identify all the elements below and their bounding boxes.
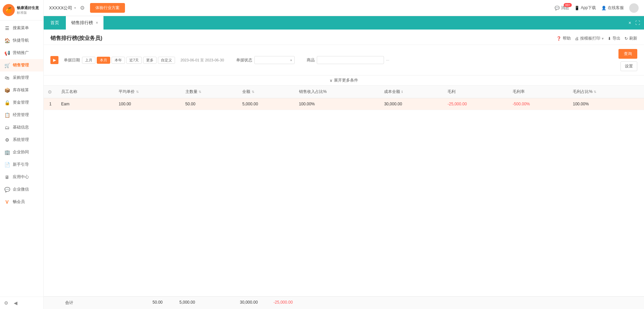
date-btn-last-month[interactable]: 上月 — [82, 57, 95, 64]
inventory-icon: 📦 — [4, 88, 10, 93]
tab-maximize-icon[interactable]: ⛶ — [635, 20, 640, 25]
table-footer: 合计 50.00 5,000.00 30,000.00 -25,000.00 — [44, 296, 644, 309]
online-service-btn[interactable]: 👤 在线客服 — [601, 5, 624, 11]
sidebar-item-member[interactable]: V 畅会员 — [0, 196, 43, 208]
logo-text: 畅康通好生意 标准版 — [17, 5, 39, 15]
sidebar-item-enterprise-collab[interactable]: 🏢 企业协同 — [0, 146, 43, 158]
export-btn[interactable]: ⬇ 导出 — [608, 36, 620, 41]
notice-badge: 99+ — [564, 3, 571, 7]
col-amount: 全额 ⇅ — [238, 86, 295, 98]
tab-home[interactable]: 首页 — [44, 16, 66, 30]
sidebar-item-enterprise-wechat[interactable]: 💬 企业微信 — [0, 183, 43, 196]
cell-amount: 5,000.00 — [238, 98, 295, 110]
sidebar-item-inventory[interactable]: 📦 库存核算 — [0, 84, 43, 96]
basic-info-icon: 🗂 — [4, 125, 10, 130]
expand-more-btn[interactable]: ∨ 展开更多条件 — [330, 78, 358, 83]
app-download-icon: 📱 — [574, 6, 579, 10]
print-dropdown-icon: ▾ — [602, 36, 604, 41]
home-icon: 🏠 — [4, 38, 10, 43]
sidebar-collapse-icon[interactable]: ◀ — [14, 300, 17, 306]
main-qty-sort[interactable]: ⇅ — [199, 90, 201, 94]
search-order-icon: ☰ — [4, 25, 10, 31]
cost-info-icon[interactable]: ℹ — [401, 90, 403, 94]
sidebar-nav: ☰ 搜索菜单 🏠 快捷导航 📢 营销推广 🛒 销售管理 🛍 采购管理 📦 库存核… — [0, 20, 43, 297]
enterprise-icon: 🏢 — [4, 150, 10, 155]
tab-close-icon[interactable]: × — [96, 20, 98, 25]
sidebar-item-app-center[interactable]: 🖥 应用中心 — [0, 171, 43, 183]
sidebar-item-label: 系统管理 — [13, 137, 29, 143]
filter-expand-arrow[interactable]: ▶ — [50, 56, 58, 64]
data-table: ⚙ 员工名称 平均单价 ⇅ 主数量 ⇅ — [44, 86, 644, 110]
cell-avg-price: 100.00 — [115, 98, 181, 110]
sidebar-item-search-order[interactable]: ☰ 搜索菜单 — [0, 22, 43, 34]
logo-badge: 标准版 — [17, 10, 39, 15]
app-download-btn[interactable]: 📱 App下载 — [574, 5, 596, 11]
date-btn-more[interactable]: 更多 — [143, 57, 157, 64]
content-inner: 销售排行榜(按业务员) ❓ 帮助 🖨 按模板打印 ▾ ⬇ 导出 — [44, 30, 644, 309]
cell-rank: 1 — [44, 98, 57, 110]
expand-more-row: ∨ 展开更多条件 — [44, 75, 644, 86]
sidebar-settings-icon[interactable]: ⚙ — [4, 300, 8, 306]
refresh-label: 刷新 — [629, 36, 637, 41]
footer-cost: 30,000.00 — [236, 300, 269, 306]
app-center-icon: 🖥 — [4, 174, 10, 180]
tab-right-actions: × ⛶ — [629, 20, 644, 25]
col-gross: 毛利 — [443, 86, 509, 98]
sidebar-item-label: 搜索菜单 — [13, 25, 29, 31]
export-icon: ⬇ — [608, 36, 611, 41]
goods-more-icon[interactable]: ··· — [386, 58, 389, 62]
sidebar-item-finance[interactable]: 🔒 资金管理 — [0, 96, 43, 109]
settings-btn[interactable]: 设置 — [620, 61, 637, 71]
refresh-btn[interactable]: ↻ 刷新 — [625, 36, 637, 41]
goods-filter-label: 商品 — [307, 57, 315, 63]
date-btn-this-year[interactable]: 本年 — [112, 57, 125, 64]
user-avatar[interactable] — [629, 3, 639, 13]
amount-sort[interactable]: ⇅ — [252, 90, 254, 94]
topbar: XXXXX公司 ▾ ⚙ 体验行业方案 💬 消息 99+ 📱 App下载 👤 在线… — [44, 0, 644, 16]
sidebar-item-quick-nav[interactable]: 🏠 快捷导航 — [0, 34, 43, 47]
goods-input[interactable] — [317, 56, 384, 64]
query-btn[interactable]: 查询 — [618, 49, 637, 59]
sidebar-item-beginner-guide[interactable]: 📄 新手引导 — [0, 158, 43, 171]
table-row: 1 Eam 100.00 50.00 5,000.00 100.00% 30,0… — [44, 98, 644, 110]
notice-icon: 💬 — [555, 6, 560, 10]
print-btn[interactable]: 🖨 按模板打印 ▾ — [575, 36, 604, 41]
sidebar-item-label: 基础信息 — [13, 124, 29, 130]
status-select[interactable] — [254, 56, 295, 64]
marketing-icon: 📢 — [4, 50, 10, 56]
cell-sales-pct: 100.00% — [295, 98, 380, 110]
sidebar-item-basic-info[interactable]: 🗂 基础信息 — [0, 121, 43, 134]
date-btn-this-month[interactable]: 本月 — [97, 57, 110, 64]
sidebar-item-sales-mgmt[interactable]: 🛒 销售管理 — [0, 59, 43, 71]
service-label: 在线客服 — [608, 5, 624, 11]
sidebar-item-purchase-mgmt[interactable]: 🛍 采购管理 — [0, 71, 43, 84]
cell-main-qty: 50.00 — [181, 98, 239, 110]
gross-pct-sort[interactable]: ⇅ — [594, 90, 596, 94]
sidebar-item-operations[interactable]: 📋 经营管理 — [0, 109, 43, 121]
topbar-settings-icon[interactable]: ⚙ — [80, 5, 85, 11]
sidebar-item-system-mgmt[interactable]: ⚙ 系统管理 — [0, 134, 43, 146]
trial-btn[interactable]: 体验行业方案 — [90, 3, 125, 13]
column-settings-icon[interactable]: ⚙ — [48, 89, 52, 95]
sidebar-item-marketing[interactable]: 📢 营销推广 — [0, 47, 43, 59]
sales-icon: 🛒 — [4, 63, 10, 68]
sidebar-item-label: 新手引导 — [13, 162, 29, 167]
help-btn[interactable]: ❓ 帮助 — [556, 36, 571, 41]
company-selector[interactable]: XXXXX公司 ▾ — [49, 5, 76, 11]
col-main-qty: 主数量 ⇅ — [181, 86, 239, 98]
tab-minimize-icon[interactable]: × — [629, 20, 631, 25]
tabbar: 首页 销售排行榜 × × ⛶ — [44, 16, 644, 30]
tab-sales-ranking[interactable]: 销售排行榜 × — [66, 16, 103, 30]
date-btn-custom[interactable]: 自定义 — [158, 57, 175, 64]
topbar-right: 💬 消息 99+ 📱 App下载 👤 在线客服 — [555, 3, 639, 13]
date-range-display: 2023-06-01 至 2023-06-30 — [180, 58, 224, 63]
logo-icon: 🍊 — [3, 4, 15, 16]
notice-btn[interactable]: 💬 消息 99+ — [555, 5, 569, 11]
footer-amount: 5,000.00 — [175, 300, 202, 306]
col-settings: ⚙ — [44, 86, 57, 98]
footer-total-label: 合计 — [61, 300, 115, 306]
avg-price-sort[interactable]: ⇅ — [136, 90, 139, 94]
date-btn-7days[interactable]: 近7天 — [126, 57, 142, 64]
footer-main-qty: 50.00 — [148, 300, 175, 306]
status-select-wrap — [254, 56, 295, 64]
